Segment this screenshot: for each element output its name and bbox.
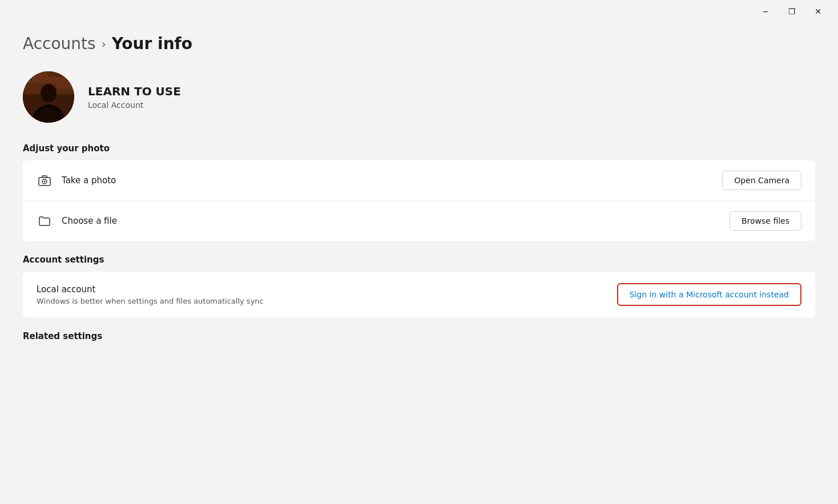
related-settings-heading: Related settings	[23, 331, 815, 341]
breadcrumb: Accounts › Your info	[23, 34, 815, 53]
restore-button[interactable]: ❐	[779, 2, 805, 21]
profile-name: LEARN TO USE	[88, 84, 181, 98]
local-account-subtitle: Windows is better when settings and file…	[37, 297, 617, 305]
choose-file-label: Choose a file	[62, 216, 730, 226]
minimize-button[interactable]: −	[752, 2, 779, 21]
adjust-photo-heading: Adjust your photo	[23, 143, 815, 154]
account-settings-card: Local account Windows is better when set…	[23, 272, 815, 317]
account-settings-heading: Account settings	[23, 255, 815, 265]
choose-file-row: Choose a file Browse files	[23, 201, 815, 241]
breadcrumb-current: Your info	[112, 34, 192, 53]
microsoft-signin-button[interactable]: Sign in with a Microsoft account instead	[617, 283, 801, 306]
take-photo-row: Take a photo Open Camera	[23, 160, 815, 201]
profile-info: LEARN TO USE Local Account	[88, 84, 181, 110]
profile-section: LEARN TO USE Local Account	[23, 71, 815, 123]
breadcrumb-separator: ›	[102, 37, 106, 51]
adjust-photo-card: Take a photo Open Camera Choose a file B…	[23, 160, 815, 241]
take-photo-label: Take a photo	[62, 175, 722, 186]
avatar-image	[23, 71, 74, 123]
close-button[interactable]: ✕	[805, 2, 831, 21]
avatar	[23, 71, 74, 123]
main-content: Accounts › Your info	[0, 23, 838, 364]
camera-icon	[37, 172, 53, 188]
folder-icon	[37, 213, 53, 229]
titlebar: − ❐ ✕	[0, 0, 838, 23]
svg-point-5	[41, 84, 57, 102]
svg-point-8	[44, 181, 46, 183]
browse-files-button[interactable]: Browse files	[730, 211, 801, 231]
breadcrumb-accounts[interactable]: Accounts	[23, 34, 96, 53]
profile-account-type: Local Account	[88, 100, 181, 110]
account-card-text: Local account Windows is better when set…	[37, 284, 617, 305]
local-account-title: Local account	[37, 284, 617, 295]
svg-rect-2	[23, 71, 49, 83]
open-camera-button[interactable]: Open Camera	[722, 171, 801, 190]
